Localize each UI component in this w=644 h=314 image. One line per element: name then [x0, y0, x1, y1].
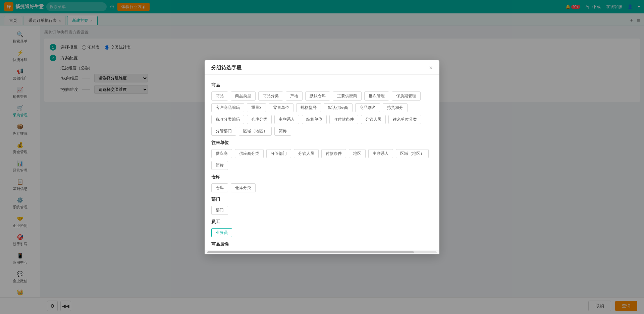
- field-tag[interactable]: 商品分类: [258, 91, 283, 101]
- field-tag[interactable]: 收付款条件: [329, 115, 358, 124]
- field-tag[interactable]: 往来单位分类: [388, 115, 421, 124]
- field-tag[interactable]: 仓库: [211, 183, 228, 192]
- field-tag[interactable]: 主联系人: [274, 115, 299, 124]
- field-tag[interactable]: 付款条件: [321, 149, 346, 158]
- field-tag[interactable]: 供应商分类: [235, 149, 264, 158]
- field-tag[interactable]: 默认供应商: [324, 103, 353, 112]
- field-tag[interactable]: 简称: [274, 127, 291, 136]
- field-tag[interactable]: 仓库分类: [247, 115, 272, 124]
- field-grid-department: 部门: [211, 206, 433, 215]
- section-title-partner: 往来单位: [211, 140, 433, 146]
- section-title-department: 部门: [211, 196, 433, 202]
- field-tag[interactable]: 商品别名: [355, 103, 380, 112]
- modal-header: 分组待选字段 ×: [205, 60, 439, 75]
- field-grid-partner: 供应商 供应商分类 分管部门 分管人员 付款条件 地区 主联系人 区域（地区） …: [211, 149, 433, 170]
- field-tag[interactable]: 默认仓库: [305, 91, 330, 101]
- section-title-employee: 员工: [211, 219, 433, 225]
- section-title-warehouse: 仓库: [211, 174, 433, 180]
- field-tag[interactable]: 保质期管理: [392, 91, 421, 101]
- modal-close-button[interactable]: ×: [429, 65, 433, 71]
- field-tag[interactable]: 仓库分类: [231, 183, 256, 192]
- field-select-modal: 分组待选字段 × 商品 商品 商品类型 商品分类 产地 默认仓库 主要供应商 批…: [205, 60, 439, 254]
- field-tag[interactable]: 拣货积分: [383, 103, 408, 112]
- field-tag[interactable]: 区域（地区）: [239, 127, 272, 136]
- section-title-product-attr: 商品属性: [211, 241, 433, 247]
- modal-horizontal-scrollbar[interactable]: [205, 250, 439, 254]
- field-tag[interactable]: 商品类型: [231, 91, 256, 101]
- field-tag[interactable]: 分管部门: [211, 127, 236, 136]
- field-tag[interactable]: 结算单位: [302, 115, 327, 124]
- field-grid-product: 商品 商品类型 商品分类 产地 默认仓库 主要供应商 批次管理 保质期管理 客户…: [211, 91, 433, 136]
- modal-title: 分组待选字段: [211, 65, 241, 71]
- field-tag[interactable]: 供应商: [211, 149, 232, 158]
- field-tag[interactable]: 产地: [286, 91, 303, 101]
- field-grid-warehouse: 仓库 仓库分类: [211, 183, 433, 192]
- field-tag[interactable]: 分管人员: [294, 149, 319, 158]
- field-grid-employee: 业务员: [211, 228, 433, 237]
- field-tag[interactable]: 简称: [211, 161, 228, 170]
- field-tag[interactable]: 商品: [211, 91, 228, 101]
- field-tag[interactable]: 税收分类编码: [211, 115, 244, 124]
- field-tag[interactable]: 重量3: [247, 103, 266, 112]
- field-tag[interactable]: 客户商品编码: [211, 103, 244, 112]
- field-tag[interactable]: 业务员: [211, 228, 232, 237]
- field-tag[interactable]: 主联系人: [368, 149, 393, 158]
- field-tag[interactable]: 主要供应商: [333, 91, 362, 101]
- modal-body: 商品 商品 商品类型 商品分类 产地 默认仓库 主要供应商 批次管理 保质期管理…: [205, 75, 439, 250]
- field-tag[interactable]: 零售单位: [269, 103, 293, 112]
- modal-overlay: 分组待选字段 × 商品 商品 商品类型 商品分类 产地 默认仓库 主要供应商 批…: [0, 0, 644, 314]
- field-tag[interactable]: 规格型号: [296, 103, 321, 112]
- section-title-product: 商品: [211, 82, 433, 88]
- field-tag[interactable]: 地区: [349, 149, 366, 158]
- field-tag[interactable]: 批次管理: [364, 91, 389, 101]
- field-tag[interactable]: 区域（地区）: [396, 149, 429, 158]
- field-tag[interactable]: 部门: [211, 206, 228, 215]
- field-tag[interactable]: 分管部门: [266, 149, 291, 158]
- field-tag[interactable]: 分管人员: [361, 115, 386, 124]
